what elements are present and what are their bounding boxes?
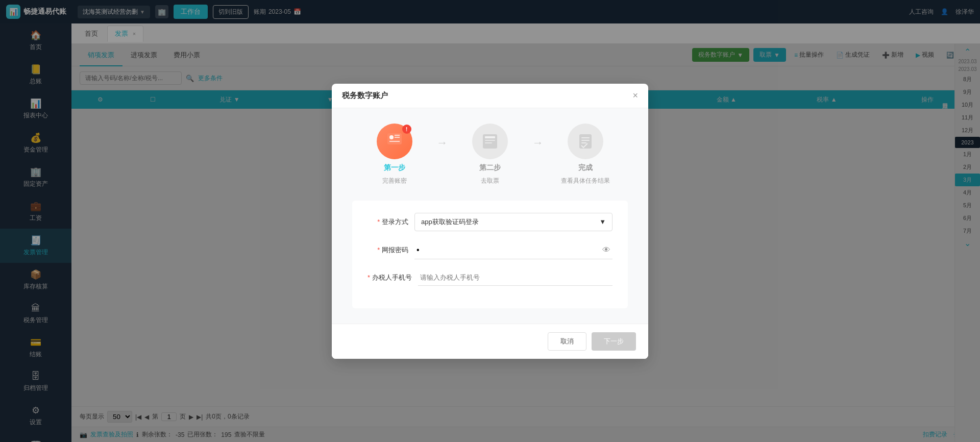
modal-footer: 取消 下一步 [332,324,648,359]
steps-container: ! 第一步 完善账密 → [352,124,628,185]
step-3: 完成 查看具体任务结果 [544,124,628,185]
next-button[interactable]: 下一步 [592,332,636,351]
step-arrow-2: → [532,124,544,150]
password-input[interactable] [416,245,602,255]
modal-title: 税务数字账户 [342,91,388,101]
modal-body: ! 第一步 完善账密 → [332,108,648,324]
login-method-select[interactable]: app获取验证码登录 ▼ [414,213,612,231]
login-required-mark: * [377,218,380,226]
modal-close-button[interactable]: × [632,91,638,100]
step-3-icon [568,124,603,159]
svg-rect-6 [485,136,495,138]
svg-rect-8 [485,142,492,143]
cancel-button[interactable]: 取消 [548,332,586,351]
step-1-error-badge: ! [402,125,411,134]
form-section: * 登录方式 app获取验证码登录 ▼ * 网报密码 [352,201,628,308]
phone-row: * 办税人手机号 [368,269,612,286]
step-2: 第二步 去取票 [448,124,532,185]
step-1-label: 第一步 [384,163,405,173]
svg-rect-11 [581,140,590,141]
login-method-dropdown-icon: ▼ [599,218,606,226]
svg-rect-1 [389,135,394,139]
svg-rect-10 [581,137,590,138]
step-3-label: 完成 [578,163,593,173]
step-1-icon: ! [377,124,412,159]
step-1-icon-glyph [385,130,404,152]
step-2-sublabel: 去取票 [481,177,499,185]
step-1: ! 第一步 完善账密 [352,124,436,185]
phone-label: * 办税人手机号 [368,273,412,282]
password-input-container: 👁 [414,241,612,259]
step-arrow-1: → [436,124,448,150]
step-1-sublabel: 完善账密 [382,177,407,185]
modal-overlay: 税务数字账户 × [0,0,980,442]
step-2-label: 第二步 [479,163,501,173]
login-method-value: app获取验证码登录 [421,217,479,227]
svg-rect-7 [485,140,495,141]
login-method-row: * 登录方式 app获取验证码登录 ▼ [368,213,612,231]
step-3-sublabel: 查看具体任务结果 [561,177,610,185]
modal-header: 税务数字账户 × [332,84,648,108]
login-method-label: * 登录方式 [368,217,408,227]
password-required-mark: * [377,246,380,254]
tax-account-modal: 税务数字账户 × [332,84,648,359]
phone-required-mark: * [368,274,370,281]
step-2-icon [472,124,508,159]
phone-input[interactable] [418,269,612,286]
svg-rect-9 [579,134,592,149]
password-label: * 网报密码 [368,245,408,255]
password-row: * 网报密码 👁 [368,241,612,259]
password-toggle-icon[interactable]: 👁 [602,245,610,255]
svg-rect-12 [581,142,586,143]
